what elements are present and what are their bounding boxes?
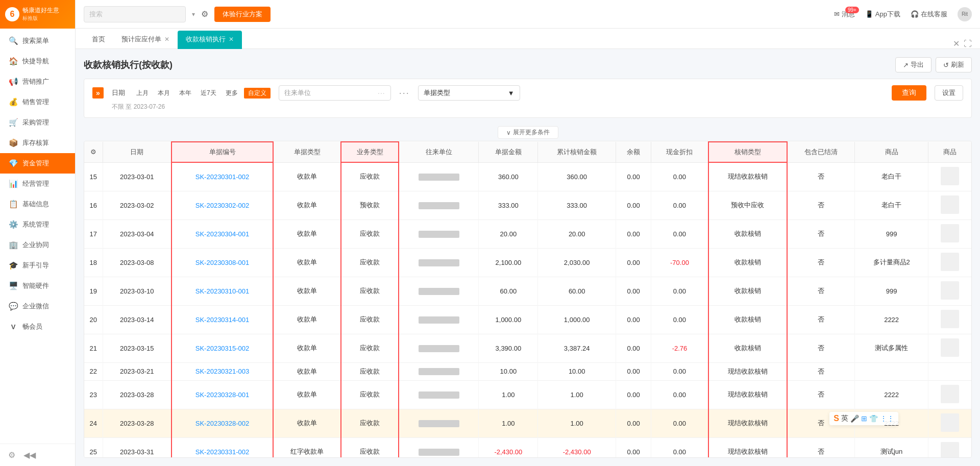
table-row: 19 2023-03-10 SK-20230310-001 收款单 应收款 60… <box>84 277 971 305</box>
doc-no-link[interactable]: SK-20230301-002 <box>195 173 250 181</box>
sidebar-item-member[interactable]: V 畅会员 <box>0 316 75 337</box>
unit-select[interactable]: 往来单位 ··· <box>279 85 391 101</box>
settings-bottom-icon[interactable]: ⚙ <box>8 450 15 460</box>
filter-bar: » 日期 上月 本月 本年 近7天 更多 自定义 往来单位 ··· ··· 单据… <box>84 79 972 118</box>
th-discount[interactable]: 现金折扣 <box>651 142 708 162</box>
th-doc-no[interactable]: 单据编号 <box>172 142 273 162</box>
date-last-month[interactable]: 上月 <box>133 88 152 99</box>
td-unit <box>399 409 479 437</box>
tab-home[interactable]: 首页 <box>84 31 113 49</box>
filter-collapse-button[interactable]: » <box>92 87 104 99</box>
solution-button[interactable]: 体验行业方案 <box>214 7 271 22</box>
sidebar-item-purchase[interactable]: 🛒 采购管理 <box>0 112 75 133</box>
doc-no-link[interactable]: SK-20230310-001 <box>195 287 250 295</box>
th-gear[interactable]: ⚙ <box>84 142 103 162</box>
message-button[interactable]: ✉ 消息 99+ <box>834 10 855 19</box>
doc-no-link[interactable]: SK-20230321-003 <box>195 367 250 375</box>
tab-receivable-close-icon[interactable]: ✕ <box>164 36 169 43</box>
td-write-off: 10.00 <box>538 362 616 380</box>
sidebar-item-operation[interactable]: 📊 经营管理 <box>0 174 75 194</box>
expand-more-button[interactable]: ∨ 展开更多条件 <box>498 126 558 139</box>
sidebar-item-marketing[interactable]: 📢 营销推广 <box>0 71 75 92</box>
doc-no-link[interactable]: SK-20230328-002 <box>195 420 250 427</box>
td-biz-type: 应收款 <box>341 362 399 380</box>
td-amount: 1,000.00 <box>479 305 538 334</box>
td-write-off-type: 现结收款核销 <box>708 362 787 380</box>
sidebar-item-enterprise[interactable]: 🏢 企业协同 <box>0 235 75 255</box>
date-custom[interactable]: 自定义 <box>244 88 271 99</box>
sidebar-item-hardware[interactable]: 🖥️ 智能硬件 <box>0 276 75 296</box>
tab-receivable[interactable]: 预计应应付单 ✕ <box>113 31 178 49</box>
doc-no-link[interactable]: SK-20230331-002 <box>195 448 250 456</box>
doc-no-link[interactable]: SK-20230314-001 <box>195 316 250 324</box>
filter-settings-button[interactable]: 设置 <box>935 85 963 101</box>
date-this-month[interactable]: 本月 <box>155 88 173 99</box>
sidebar-item-basic[interactable]: 📋 基础信息 <box>0 194 75 214</box>
td-row-id: 22 <box>84 362 103 380</box>
enterprise-icon: 🏢 <box>8 240 18 250</box>
table-row: 22 2023-03-21 SK-20230321-003 收款单 应收款 10… <box>84 362 971 380</box>
message-badge: 99+ <box>845 7 859 13</box>
collapse-sidebar-icon[interactable]: ◀◀ <box>23 450 36 460</box>
td-write-off: 3,387.24 <box>538 334 616 362</box>
topbar-gear-icon[interactable]: ⚙ <box>201 9 208 19</box>
app-logo-icon: 6 <box>5 7 19 21</box>
app-download-button[interactable]: 📱 App下载 <box>865 10 900 19</box>
td-doc-no: SK-20230315-002 <box>172 334 273 362</box>
th-product-img[interactable]: 商品 <box>928 142 971 162</box>
td-doc-no: SK-20230302-002 <box>172 191 273 219</box>
doc-no-link[interactable]: SK-20230304-001 <box>195 230 250 238</box>
th-date[interactable]: 日期 <box>103 142 172 162</box>
tab-fullscreen-icon[interactable]: ⛶ <box>964 39 972 48</box>
th-unit[interactable]: 往来单位 <box>399 142 479 162</box>
tab-close-all-icon[interactable]: ✕ <box>953 39 960 48</box>
sidebar-item-search[interactable]: 🔍 搜索菜单 <box>0 31 75 51</box>
td-date: 2023-03-04 <box>103 219 172 248</box>
th-product[interactable]: 商品 <box>855 142 928 162</box>
table-row: 20 2023-03-14 SK-20230314-001 收款单 应收款 1,… <box>84 305 971 334</box>
date-more[interactable]: 更多 <box>223 88 241 99</box>
topbar-search-box[interactable]: 搜索 <box>84 6 186 22</box>
doc-no-link[interactable]: SK-20230328-001 <box>195 391 250 399</box>
sidebar-item-wechat[interactable]: 💬 企业微信 <box>0 296 75 316</box>
sidebar-item-finance[interactable]: 💎 资金管理 <box>0 153 75 174</box>
tab-collection-close-icon[interactable]: ✕ <box>229 36 234 43</box>
sidebar-item-quick[interactable]: 🏠 快捷导航 <box>0 51 75 71</box>
doc-no-link[interactable]: SK-20230302-002 <box>195 202 250 209</box>
sidebar-item-inventory[interactable]: 📦 库存核算 <box>0 133 75 153</box>
th-amount[interactable]: 单据金额 <box>479 142 538 162</box>
table-row: 15 2023-03-01 SK-20230301-002 收款单 应收款 36… <box>84 162 971 191</box>
sidebar-label-inventory: 库存核算 <box>22 138 49 148</box>
doc-no-link[interactable]: SK-20230308-001 <box>195 259 250 266</box>
sidebar-item-sales[interactable]: 💰 销售管理 <box>0 92 75 112</box>
export-button[interactable]: ↗ 导出 <box>895 57 932 72</box>
sidebar-item-guide[interactable]: 🎓 新手引导 <box>0 255 75 276</box>
th-biz-type[interactable]: 业务类型 <box>341 142 399 162</box>
th-include-settled[interactable]: 包含已结清 <box>787 142 855 162</box>
topbar-dropdown-icon[interactable]: ▾ <box>192 11 195 18</box>
td-product: 2222 <box>855 305 928 334</box>
type-select[interactable]: 单据类型 ▼ <box>418 85 520 101</box>
th-write-off-type[interactable]: 核销类型 <box>708 142 787 162</box>
query-button[interactable]: 查询 <box>892 85 926 101</box>
online-service-button[interactable]: 🎧 在线客服 <box>911 10 947 19</box>
td-product-img <box>928 334 971 362</box>
page-content: 收款核销执行(按收款) ↗ 导出 ↺ 刷新 » 日期 上月 本月 <box>76 49 980 466</box>
refresh-button[interactable]: ↺ 刷新 <box>936 57 972 72</box>
td-biz-type: 预收款 <box>341 191 399 219</box>
td-doc-no: SK-20230321-003 <box>172 362 273 380</box>
tab-collection[interactable]: 收款核销执行 ✕ <box>178 31 242 49</box>
td-unit <box>399 305 479 334</box>
th-doc-type[interactable]: 单据类型 <box>273 142 341 162</box>
service-label: 在线客服 <box>921 10 947 19</box>
td-doc-type: 收款单 <box>273 277 341 305</box>
td-unit <box>399 362 479 380</box>
th-balance[interactable]: 余额 <box>616 142 651 162</box>
th-write-off[interactable]: 累计核销金额 <box>538 142 616 162</box>
date-this-year[interactable]: 本年 <box>176 88 194 99</box>
date-7days[interactable]: 近7天 <box>198 88 219 99</box>
doc-no-link[interactable]: SK-20230315-002 <box>195 345 250 352</box>
user-avatar[interactable]: Rit <box>958 7 972 21</box>
sidebar-label-quick: 快捷导航 <box>22 57 49 66</box>
sidebar-item-system[interactable]: ⚙️ 系统管理 <box>0 214 75 235</box>
